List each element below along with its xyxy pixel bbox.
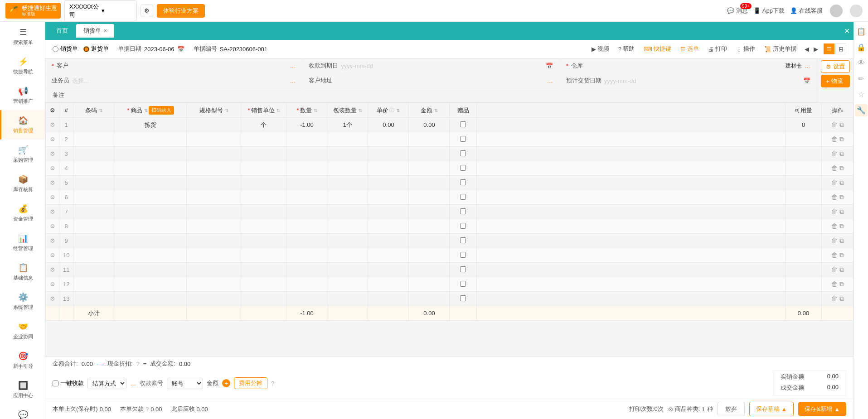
gift-checkbox[interactable] bbox=[460, 121, 466, 127]
row-delete-icon[interactable]: 🗑 bbox=[831, 135, 838, 143]
one-click-payment-input[interactable] bbox=[53, 380, 58, 386]
help-btn[interactable]: ? 帮助 bbox=[616, 44, 637, 54]
float-eye-icon[interactable]: 👁 bbox=[856, 57, 867, 69]
tab-sales-order[interactable]: 销货单 × bbox=[76, 24, 114, 38]
row-gear-icon[interactable]: ⚙ bbox=[50, 252, 55, 259]
sidebar-item-finance[interactable]: 💰 资金管理 bbox=[0, 198, 45, 228]
one-click-payment-checkbox[interactable]: 一键收款 bbox=[53, 379, 84, 387]
tab-bar-close-icon[interactable]: ✕ bbox=[844, 27, 850, 35]
row-delete-icon[interactable]: 🗑 bbox=[831, 280, 838, 288]
view-list-btn[interactable]: ☰ bbox=[824, 43, 834, 54]
total-due-help-icon[interactable]: ? bbox=[145, 406, 149, 413]
row-product-cell[interactable] bbox=[114, 132, 187, 147]
row-delete-icon[interactable]: 🗑 bbox=[831, 208, 838, 216]
add-button[interactable]: + bbox=[222, 379, 230, 387]
gift-checkbox[interactable] bbox=[460, 281, 466, 287]
avatar[interactable] bbox=[830, 5, 843, 17]
row-copy-icon[interactable]: ⧉ bbox=[839, 179, 844, 187]
gift-checkbox[interactable] bbox=[460, 150, 466, 156]
settlement-method-select[interactable]: 结算方式 bbox=[87, 378, 126, 389]
row-copy-icon[interactable]: ⧉ bbox=[839, 295, 844, 303]
sidebar-item-enterprise[interactable]: 🤝 企业协同 bbox=[0, 316, 45, 346]
row-gear-icon[interactable]: ⚙ bbox=[50, 194, 55, 201]
th-gear[interactable]: ⚙ bbox=[46, 103, 59, 118]
tab-close-icon[interactable]: × bbox=[104, 28, 107, 34]
calendar-icon[interactable]: 📅 bbox=[177, 46, 184, 53]
warehouse-input[interactable] bbox=[586, 63, 783, 69]
gift-checkbox[interactable] bbox=[460, 194, 466, 200]
qty-sort-icon[interactable]: ⇅ bbox=[314, 108, 317, 113]
row-copy-icon[interactable]: ⧉ bbox=[839, 164, 844, 172]
sidebar-item-purchase[interactable]: 🛒 采购管理 bbox=[0, 140, 45, 169]
row-product-cell[interactable] bbox=[114, 263, 187, 277]
payment-due-input[interactable] bbox=[341, 63, 543, 69]
app-download-item[interactable]: 📱 App下载 bbox=[753, 7, 785, 15]
row-gear-icon[interactable]: ⚙ bbox=[50, 266, 55, 273]
account-select[interactable]: 账号 bbox=[167, 378, 203, 389]
row-gear-icon[interactable]: ⚙ bbox=[50, 295, 55, 302]
save-draft-button[interactable]: 保存草稿 ▲ bbox=[749, 402, 794, 416]
settings-button[interactable]: ⚙ bbox=[141, 5, 153, 17]
gift-checkbox[interactable] bbox=[460, 179, 466, 185]
float-star-icon[interactable]: ☆ bbox=[856, 88, 866, 101]
video-btn[interactable]: ▶ 视频 bbox=[589, 44, 612, 54]
row-product-cell[interactable] bbox=[114, 234, 187, 248]
row-delete-icon[interactable]: 🗑 bbox=[831, 237, 838, 245]
sidebar-item-system[interactable]: ⚙️ 系统管理 bbox=[0, 287, 45, 316]
row-gear-icon[interactable]: ⚙ bbox=[50, 208, 55, 215]
nav-next-icon[interactable]: ▶ bbox=[812, 45, 820, 53]
row-delete-icon[interactable]: 🗑 bbox=[831, 121, 838, 129]
gift-checkbox[interactable] bbox=[460, 295, 466, 301]
product-sort-icon[interactable]: ⇅ bbox=[144, 108, 148, 113]
select-order-btn[interactable]: ☰ 选单 bbox=[678, 44, 702, 54]
row-product-cell[interactable] bbox=[114, 147, 187, 161]
row-delete-icon[interactable]: 🗑 bbox=[831, 266, 838, 274]
gift-checkbox[interactable] bbox=[460, 252, 466, 258]
sidebar-item-guide[interactable]: 🎯 新手引导 bbox=[0, 346, 45, 375]
row-copy-icon[interactable]: ⧉ bbox=[839, 121, 844, 129]
sidebar-item-operations[interactable]: 📊 经营管理 bbox=[0, 228, 45, 257]
row-product-cell[interactable] bbox=[114, 248, 187, 263]
sidebar-item-inventory[interactable]: 📦 库存核算 bbox=[0, 169, 45, 198]
trial-button[interactable]: 体验行业方案 bbox=[157, 4, 205, 18]
salesperson-input[interactable] bbox=[72, 77, 287, 84]
row-copy-icon[interactable]: ⧉ bbox=[839, 266, 844, 274]
row-copy-icon[interactable]: ⧉ bbox=[839, 280, 844, 288]
delivery-date-input[interactable] bbox=[604, 77, 800, 84]
sidebar-item-sales[interactable]: 🏠 销售管理 bbox=[0, 110, 45, 140]
amount-sort-icon[interactable]: ⇅ bbox=[434, 108, 438, 113]
avatar2[interactable] bbox=[850, 5, 863, 17]
view-grid-btn[interactable]: ⊞ bbox=[835, 43, 846, 54]
remarks-input[interactable] bbox=[68, 92, 810, 99]
row-delete-icon[interactable]: 🗑 bbox=[831, 193, 838, 201]
cash-discount-help-icon[interactable]: ? bbox=[136, 361, 140, 367]
row-gear-icon[interactable]: ⚙ bbox=[50, 150, 55, 157]
spec-sort-icon[interactable]: ⇅ bbox=[225, 108, 228, 113]
row-gear-icon[interactable]: ⚙ bbox=[50, 165, 55, 172]
row-copy-icon[interactable]: ⧉ bbox=[839, 208, 844, 216]
print-btn[interactable]: 🖨 打印 bbox=[705, 44, 730, 54]
row-delete-icon[interactable]: 🗑 bbox=[831, 179, 838, 187]
warehouse-dots-icon[interactable]: … bbox=[805, 63, 810, 69]
company-selector[interactable]: XXXXXX公司 ▾ bbox=[64, 0, 137, 21]
row-copy-icon[interactable]: ⧉ bbox=[839, 251, 844, 259]
row-product-cell[interactable] bbox=[114, 277, 187, 292]
float-lock-icon[interactable]: 🔒 bbox=[855, 41, 868, 53]
row-copy-icon[interactable]: ⧉ bbox=[839, 222, 844, 230]
shortcut-btn[interactable]: ⌨ 快捷键 bbox=[641, 44, 674, 54]
settlement-dots-icon[interactable]: … bbox=[130, 380, 136, 387]
gift-checkbox[interactable] bbox=[460, 223, 466, 229]
nav-prev-icon[interactable]: ◀ bbox=[803, 45, 811, 53]
gift-checkbox[interactable] bbox=[460, 266, 466, 272]
radio-sales-order[interactable]: 销货单 bbox=[53, 45, 78, 53]
ops-btn[interactable]: ⋮ 操作 bbox=[733, 44, 758, 54]
row-delete-icon[interactable]: 🗑 bbox=[831, 295, 838, 303]
row-product-cell[interactable] bbox=[114, 205, 187, 219]
row-delete-icon[interactable]: 🗑 bbox=[831, 150, 838, 158]
sidebar-item-appstore[interactable]: 🔲 应用中心 bbox=[0, 375, 45, 405]
sidebar-item-wechat[interactable]: 💬 企业微信 bbox=[0, 405, 45, 419]
float-notes-icon[interactable]: 📋 bbox=[855, 25, 868, 38]
row-copy-icon[interactable]: ⧉ bbox=[839, 135, 844, 143]
row-delete-icon[interactable]: 🗑 bbox=[831, 164, 838, 172]
radio-return-order[interactable]: 退货单 bbox=[83, 45, 109, 53]
